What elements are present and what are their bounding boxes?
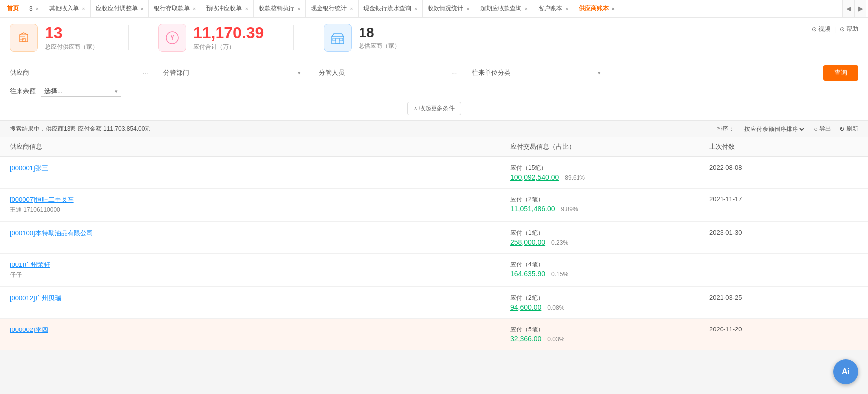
close-tab-icon[interactable]: × xyxy=(141,6,144,12)
dept-select[interactable] xyxy=(195,67,304,78)
tx-percent-0: 89.61% xyxy=(565,174,585,181)
supplier-link-1[interactable]: [000007]恒旺二手叉车 xyxy=(10,196,74,203)
nav-tab-bank[interactable]: 银行存取款单 × xyxy=(149,0,201,18)
last-payment-5: 2020-11-20 xyxy=(709,326,858,333)
person-label: 分管人员 xyxy=(319,68,346,77)
tx-amount-3[interactable]: 164,635.90 xyxy=(510,270,545,278)
nav-tab-3[interactable]: 3 × xyxy=(24,0,44,18)
stat-content-total-suppliers: 18 总供应商（家） xyxy=(359,25,400,50)
supplier-info-2: [000100]本特勒油品有限公司 xyxy=(10,229,510,238)
stat-divider-1 xyxy=(128,25,129,50)
link-divider: | xyxy=(834,26,836,33)
transaction-info-4: 应付（2笔） 94,600.00 0.08% xyxy=(510,294,709,311)
stat-label-payable-suppliers: 总应付供应商（家） xyxy=(45,43,98,51)
supplier-info-3: [001]广州荣轩 仔仔 xyxy=(10,261,510,279)
close-tab-icon[interactable]: × xyxy=(193,6,196,12)
stat-payable-total: ¥ 11,170.39 应付合计（万） xyxy=(158,24,264,52)
close-tab-icon[interactable]: × xyxy=(297,6,300,12)
svg-text:¥: ¥ xyxy=(171,34,174,41)
table-body: [000001]张三 应付（15笔） 100,092,540.00 89.61%… xyxy=(0,157,868,350)
filter-balance: 往来余额 选择... xyxy=(10,86,121,97)
person-dots-icon[interactable]: ··· xyxy=(451,69,457,77)
balance-select[interactable]: 选择... xyxy=(41,86,121,97)
supplier-input[interactable] xyxy=(41,67,141,78)
stat-content-payable: 11,170.39 应付合计（万） xyxy=(193,24,264,51)
nav-tab-home[interactable]: 首页 xyxy=(2,0,24,18)
tx-percent-4: 0.08% xyxy=(547,304,564,311)
filter-row-1: 供应商 ··· 分管部门 分管人员 ··· 往来单位分类 查询 xyxy=(10,65,858,81)
stats-bar: 13 总应付供应商（家） ¥ 11,170.39 应付合计（万） xyxy=(0,18,868,58)
supplier-link-2[interactable]: [000100]本特勒油品有限公司 xyxy=(10,229,93,237)
stat-number-payable-total: 11,170.39 xyxy=(193,24,264,42)
collapse-arrow-icon: ∧ xyxy=(414,106,417,111)
nav-tab-customer-ledger[interactable]: 客户账本 × xyxy=(533,0,574,18)
supplier-link-0[interactable]: [000001]张三 xyxy=(10,164,48,172)
tx-amount-4[interactable]: 94,600.00 xyxy=(510,303,541,311)
transaction-info-0: 应付（15笔） 100,092,540.00 89.61% xyxy=(510,164,709,181)
close-tab-icon[interactable]: × xyxy=(245,6,248,12)
table-row: [000007]恒旺二手叉车 王通 17106110000 应付（2笔） 11,… xyxy=(0,189,868,222)
close-tab-icon[interactable]: × xyxy=(612,6,615,12)
filter-supplier: 供应商 ··· xyxy=(10,67,148,78)
sort-select[interactable]: 按应付余额倒序排序 xyxy=(742,125,806,133)
tx-amount-5[interactable]: 32,366.00 xyxy=(510,335,541,343)
video-link[interactable]: 视频 xyxy=(818,25,830,33)
last-payment-1: 2021-11-17 xyxy=(709,196,858,203)
refresh-icon: ↻ xyxy=(839,125,845,132)
close-tab-icon[interactable]: × xyxy=(525,6,528,12)
nav-tab-overdue[interactable]: 超期应收款查询 × xyxy=(475,0,533,18)
supplier-info-5: [000002]李四 xyxy=(10,326,510,334)
col-header-supplier: 供应商信息 xyxy=(10,142,510,151)
close-tab-icon[interactable]: × xyxy=(36,6,39,12)
table-row: [000001]张三 应付（15笔） 100,092,540.00 89.61%… xyxy=(0,157,868,189)
collapse-button[interactable]: ∧ 收起更多条件 xyxy=(407,102,461,115)
refresh-link[interactable]: ↻ 刷新 xyxy=(839,125,858,133)
close-tab-icon[interactable]: × xyxy=(466,6,469,12)
transaction-info-3: 应付（4笔） 164,635.90 0.15% xyxy=(510,261,709,278)
export-link[interactable]: ○ 导出 xyxy=(814,125,831,133)
close-tab-icon[interactable]: × xyxy=(565,6,568,12)
filter-dept: 分管部门 xyxy=(163,67,304,78)
sort-label: 排序： xyxy=(717,125,734,133)
category-label: 往来单位分类 xyxy=(472,68,510,77)
nav-tab-collection-stat[interactable]: 收款情况统计 × xyxy=(423,0,475,18)
nav-tab-reconcile[interactable]: 收款核销执行 × xyxy=(254,0,306,18)
top-right-links: ⊙ 视频 | ⊙ 帮助 xyxy=(812,25,858,33)
supplier-link-5[interactable]: [000002]李四 xyxy=(10,326,48,333)
table-header: 供应商信息 应付交易信息（占比） 上次付数 xyxy=(0,137,868,157)
category-select[interactable] xyxy=(514,67,604,78)
nav-next-button[interactable]: ▶ xyxy=(854,0,866,18)
last-payment-0: 2022-08-08 xyxy=(709,164,858,171)
tx-percent-1: 9.89% xyxy=(561,206,578,213)
nav-tab-cash-flow[interactable]: 现金银行流水查询 × xyxy=(359,0,423,18)
close-tab-icon[interactable]: × xyxy=(350,6,353,12)
nav-tab-prepay[interactable]: 预收冲应收单 × xyxy=(201,0,253,18)
person-input[interactable] xyxy=(350,67,449,78)
stat-label-total-suppliers: 总供应商（家） xyxy=(359,42,400,50)
search-button[interactable]: 查询 xyxy=(823,65,858,81)
nav-tab-supplier-ledger[interactable]: 供应商账本 × xyxy=(574,0,620,18)
supplier-dots-icon[interactable]: ··· xyxy=(143,69,148,77)
nav-tab-adjustment[interactable]: 应收应付调整单 × xyxy=(91,0,149,18)
tx-amount-2[interactable]: 258,000.00 xyxy=(510,238,545,246)
nav-tab-other-income[interactable]: 其他收入单 × xyxy=(44,0,90,18)
supplier-link-4[interactable]: [000012]广州贝瑞 xyxy=(10,294,61,302)
help-link[interactable]: 帮助 xyxy=(846,25,858,33)
svg-rect-6 xyxy=(340,38,343,41)
table-row: [000012]广州贝瑞 应付（2笔） 94,600.00 0.08% 2021… xyxy=(0,287,868,319)
nav-prev-button[interactable]: ◀ xyxy=(842,0,854,18)
filter-person: 分管人员 ··· xyxy=(319,67,457,78)
tx-amount-1[interactable]: 11,051,486.00 xyxy=(510,205,555,213)
table-row: [000002]李四 应付（5笔） 32,366.00 0.03% 2020-1… xyxy=(0,319,868,350)
supplier-link-3[interactable]: [001]广州荣轩 xyxy=(10,261,50,268)
stat-number-total-suppliers: 18 xyxy=(359,25,400,41)
tx-label-3: 应付（4笔） xyxy=(510,261,709,269)
balance-label: 往来余额 xyxy=(10,87,37,96)
close-tab-icon[interactable]: × xyxy=(414,6,417,12)
export-label: 导出 xyxy=(819,125,831,133)
nav-tab-cash-stat[interactable]: 现金银行统计 × xyxy=(306,0,358,18)
close-tab-icon[interactable]: × xyxy=(82,6,85,12)
tx-amount-0[interactable]: 100,092,540.00 xyxy=(510,173,559,181)
tx-row-4: 94,600.00 0.08% xyxy=(510,303,709,311)
stat-number-payable-suppliers: 13 xyxy=(45,24,98,42)
